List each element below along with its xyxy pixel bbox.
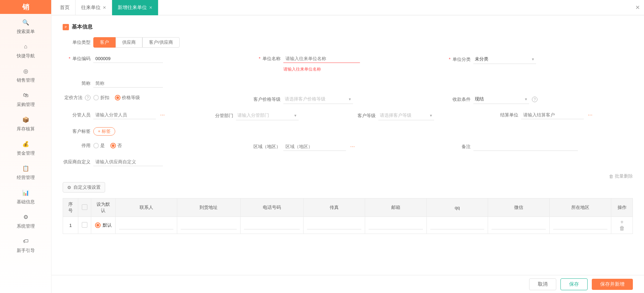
footer: 取消 保存 保存并新增: [52, 275, 644, 293]
sidebar-item-operations[interactable]: 📋 经营管理: [0, 160, 51, 184]
region-table-input[interactable]: [553, 221, 607, 229]
sidebar-item-search-menu[interactable]: 🔍 搜索菜单: [0, 14, 51, 38]
department-select[interactable]: 请输入分管部门 ▼: [236, 111, 299, 120]
required-star: *: [69, 56, 70, 61]
pricing-row: 定价方法 ? 折扣 价格等级: [63, 95, 633, 104]
td-action: + 🗑: [611, 217, 633, 234]
contact-input[interactable]: [119, 221, 173, 229]
unit-category-field: * 单位分类 未分类 ▼: [443, 55, 633, 64]
customer-level-placeholder: 请选择客户等级: [380, 112, 429, 119]
qq-input[interactable]: [430, 221, 484, 229]
disable-no-radio[interactable]: [110, 143, 116, 148]
save-button[interactable]: 保存: [560, 278, 588, 290]
chevron-down-icon2: ▼: [524, 97, 528, 101]
sidebar-item-quick-nav[interactable]: ⌂ 快捷导航: [0, 38, 51, 63]
wechat-input[interactable]: [492, 221, 546, 229]
payment-terms-select[interactable]: 现结 ▼: [473, 95, 529, 104]
purchase-icon: 🛍: [21, 90, 31, 100]
required-star-name: *: [259, 56, 260, 61]
payment-help-icon[interactable]: ?: [532, 97, 537, 102]
tab-new-counterparty[interactable]: 新增往来单位 ✕: [112, 0, 158, 15]
pricing-discount-radio[interactable]: [93, 95, 99, 100]
phone-input[interactable]: [244, 221, 300, 229]
sidebar-item-label: 基础信息: [17, 199, 35, 205]
address-input[interactable]: [181, 221, 236, 229]
region-dots[interactable]: ···: [349, 144, 356, 150]
default-radio[interactable]: [95, 222, 101, 228]
customer-price-level-select[interactable]: 请选择客户价格等级 ▼: [283, 95, 353, 104]
tab-counterparty-close[interactable]: ✕: [103, 5, 106, 10]
th-wechat: 微信: [488, 198, 549, 217]
manager-input[interactable]: [93, 111, 156, 119]
delete-row-btn[interactable]: 🗑: [618, 225, 626, 231]
th-address: 到货地址: [177, 198, 240, 217]
batch-delete-btn[interactable]: 🗑 批量删除: [609, 173, 633, 179]
pricing-pricelevel-radio[interactable]: [115, 95, 120, 100]
tab-new-counterparty-close[interactable]: ✕: [149, 5, 152, 10]
td-index: 1: [63, 217, 78, 234]
pricing-discount-option[interactable]: 折扣: [93, 95, 109, 101]
pricing-method-label: 定价方法 ?: [63, 95, 91, 101]
manager-dots-btn[interactable]: ···: [159, 112, 166, 118]
custom-settings-btn[interactable]: ⚙ 自定义项设置: [63, 182, 105, 193]
fax-input[interactable]: [307, 221, 361, 229]
tab-counterparty-label: 往来单位: [81, 5, 101, 11]
email-input[interactable]: [369, 221, 423, 229]
region-input[interactable]: [283, 143, 346, 151]
sidebar-item-purchase[interactable]: 🛍 采购管理: [0, 87, 51, 111]
customer-price-level-field: 客户价格等级 请选择客户价格等级 ▼: [253, 95, 443, 104]
unit-category-select[interactable]: 未分类 ▼: [473, 55, 536, 64]
finance-icon: 💰: [21, 139, 31, 149]
td-default: 默认: [91, 217, 116, 234]
add-row-btn[interactable]: +: [619, 219, 625, 225]
pricing-pricelevel-option[interactable]: 价格等级: [115, 95, 140, 101]
abbreviation-input[interactable]: [93, 79, 163, 88]
unit-type-supplier-btn[interactable]: 供应商: [116, 37, 142, 48]
settlement-unit-dots[interactable]: ···: [587, 112, 594, 118]
abbreviation-row: 简称: [63, 79, 633, 88]
save-new-button[interactable]: 保存并新增: [592, 279, 633, 290]
beginner-icon: 🏷: [21, 236, 31, 246]
th-default: 设为默认: [91, 198, 116, 217]
sidebar-item-beginner[interactable]: 🏷 新手引导: [0, 233, 51, 257]
td-fax: [303, 217, 365, 234]
settlement-unit-input[interactable]: [521, 111, 584, 119]
tab-home[interactable]: 首页: [54, 0, 76, 15]
header-checkbox[interactable]: [82, 204, 87, 210]
sidebar-item-label: 资金管理: [17, 150, 35, 156]
disable-yes-option[interactable]: 是: [93, 143, 105, 149]
tag-add-btn[interactable]: + 标签: [93, 127, 115, 136]
cancel-button[interactable]: 取消: [529, 278, 556, 290]
th-phone: 电话号码: [240, 198, 303, 217]
custom-settings-wrapper: ⚙ 自定义项设置: [63, 182, 633, 193]
customer-level-field: 客户等级 请选择客户等级 ▼: [348, 111, 490, 120]
disable-yes-label: 是: [100, 143, 105, 149]
sidebar-item-system[interactable]: ⚙ 系统管理: [0, 209, 51, 233]
tab-counterparty[interactable]: 往来单位 ✕: [76, 0, 112, 15]
sales-icon: ◎: [21, 66, 31, 76]
row-checkbox[interactable]: [82, 222, 87, 228]
remarks-field: 备注: [443, 143, 633, 151]
unit-type-customer-btn[interactable]: 客户: [93, 37, 116, 48]
pricing-help-icon[interactable]: ?: [85, 95, 91, 100]
th-fax: 传真: [303, 198, 365, 217]
sidebar-item-label: 经营管理: [17, 174, 35, 181]
table-head: 序号 设为默认 联系人 到货地址 电话号码 传真 邮箱 qq 微信 所在地区 操…: [63, 198, 633, 217]
supplier-custom-input[interactable]: [93, 158, 163, 166]
sidebar-item-finance[interactable]: 💰 资金管理: [0, 136, 51, 160]
sidebar-item-base-info[interactable]: 📊 基础信息: [0, 184, 51, 209]
remarks-input[interactable]: [473, 143, 578, 151]
sidebar-item-label: 销售管理: [17, 77, 35, 83]
sidebar-item-inventory[interactable]: 📦 库存核算: [0, 111, 51, 136]
disable-no-option[interactable]: 否: [110, 143, 122, 149]
global-close-icon[interactable]: ✕: [635, 4, 640, 11]
sidebar-item-sales[interactable]: ◎ 销售管理: [0, 63, 51, 87]
unit-type-both-btn[interactable]: 客户/供应商: [142, 37, 180, 48]
sidebar-item-label: 新手引导: [17, 247, 35, 254]
disable-yes-radio[interactable]: [93, 143, 99, 148]
customer-level-select[interactable]: 请选择客户等级 ▼: [378, 111, 434, 120]
department-label: 分管部门: [205, 113, 233, 119]
unit-code-input[interactable]: [93, 55, 163, 63]
td-email: [365, 217, 427, 234]
unit-name-input[interactable]: [283, 55, 360, 63]
